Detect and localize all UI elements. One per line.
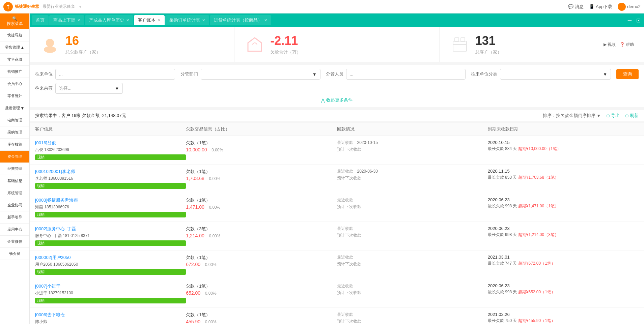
tab-home[interactable]: 首页 [32,15,49,25]
overdue-link-3[interactable]: 超期¥1,471.00（1笔） [518,204,559,208]
refresh-button[interactable]: ⊙ 刷新 [625,113,639,119]
customer-name-5[interactable]: [000002]用户2050 [35,255,186,261]
sidebar-item-finance[interactable]: 资金管理 [0,151,29,163]
collapse-label: 收起更多条件 [326,97,353,103]
results-bar: 搜索结果中，客户 16家 欠款金额 -21,148.07元 排序：按欠款金额倒序… [30,110,644,121]
source-unit-label: 往来单位 [35,71,53,77]
customer-name-1[interactable]: [0016]吕俊 [35,140,186,146]
tab-customer-account-close[interactable]: ✕ [158,18,161,23]
sidebar-item-member[interactable]: 会员中心 [0,78,29,90]
sidebar-item-ecommerce[interactable]: 电商管理 [0,114,29,126]
collection-cell-5: 最近收款 预计下次收款 [337,255,488,267]
person-input[interactable]: ... [346,69,466,80]
tab-customer-account[interactable]: 客户账本 ✕ [134,15,165,25]
debt-ratio-2: 0.00% [209,176,220,181]
collection-cell-7: 最近收款 预计下次收款 [337,312,488,324]
tab-purchase-product-stat-close[interactable]: ✕ [264,18,267,23]
debt-ratio-5: 0.00% [205,262,217,267]
tab-product-online-close[interactable]: ✕ [77,18,80,23]
overdue-detail-5: 最长欠款 747 天 超期¥672.00（1笔） [488,261,639,266]
collection-cell-3: 最近收款 预计下次收款 [337,197,488,210]
sidebar-item-operations[interactable]: 经营管理 [0,163,29,175]
export-icon: ⊙ [606,113,610,118]
results-prefix: 搜索结果中，客户 [35,113,70,118]
top-bar-left: 畅捷通好生意 母婴行业演示账套 ▼ [3,2,82,11]
sidebar-item-batch-mgmt[interactable]: 批发管理 ▼ [0,102,29,114]
sidebar-item-retail-stat[interactable]: 零售统计 [0,90,29,102]
sidebar-item-inventory[interactable]: 库存核算 [0,139,29,151]
sidebar-item-member-pro[interactable]: 畅会员 [0,248,29,260]
customer-name-6[interactable]: [0007]小进干 [35,283,186,289]
tab-product-online-label: 商品上下架 [53,17,75,23]
sort-icon: ▼ [596,113,601,118]
sidebar-item-enterprise-coop[interactable]: 企业协同 [0,199,29,211]
tab-customer-account-label: 客户账本 [138,17,156,23]
overdue-date-3: 2020.06.23 [488,197,639,202]
sidebar-item-purchase[interactable]: 采购管理 [0,126,29,139]
overdue-link-7[interactable]: 超期¥455.90（1笔） [518,318,555,323]
tab-product-history[interactable]: 产成品入库单历史 ✕ [85,15,133,25]
customer-name-2[interactable]: [0001020001]李老师 [35,169,186,175]
customer-name-4[interactable]: [0002]服务中心_丁磊 [35,226,186,232]
sort-button[interactable]: 排序：按欠款金额倒序排序 ▼ [543,113,601,119]
sidebar-item-system[interactable]: 系统管理 [0,187,29,199]
debt-ratio-6: 0.00% [205,291,217,296]
sidebar-item-retail-mall[interactable]: 零售商城 [0,54,29,66]
sidebar-item-marketing[interactable]: 营销推广 [0,66,29,78]
message-label: 消息 [575,4,584,10]
operations-label: 经营管理 [7,167,22,171]
customer-name-3[interactable]: [0003]畅捷服务尹海燕 [35,197,186,203]
tab-maximize-btn[interactable]: ⊡ [635,17,642,24]
unit-category-select[interactable]: ▼ [500,69,611,80]
video-btn[interactable]: ▶ 视频 [604,42,616,48]
tab-product-history-close[interactable]: ✕ [126,18,129,23]
search-button[interactable]: 查询 [616,69,639,79]
customer-name-7[interactable]: [0006]去下粮仓 [35,312,186,318]
sidebar-search[interactable]: 🔍 搜索菜单 [0,13,29,29]
tab-minimize-btn[interactable]: ─ [626,17,633,24]
table-row: [0001020001]李老师 李老师 18600391516 现销 欠款（1笔… [30,165,644,193]
source-unit-input[interactable]: ... [55,69,175,80]
collapse-btn[interactable]: ⋀ 收起更多条件 [35,97,639,103]
sidebar-item-newbie[interactable]: 新手引导 [0,211,29,224]
balance-select[interactable]: 选择... ▼ [55,83,123,94]
help-btn[interactable]: ❓ 帮助 [620,42,634,48]
tab-bar: 首页 商品上下架 ✕ 产成品入库单历史 ✕ 客户账本 ✕ 采购订单统计表 ✕ [30,13,644,27]
customer-cell-4: [0002]服务中心_丁磊 服务中心_丁磊 181 0125 8371 现销 [35,226,186,246]
sidebar-item-retail-mgmt[interactable]: 零售管理 ▲ [0,41,29,54]
stats-row: 16 总欠款客户（家） -2.11 [30,27,644,62]
refresh-icon: ⊙ [625,113,629,118]
purchase-label: 采购管理 [7,130,22,134]
sidebar-item-enterprise-wechat[interactable]: 企业微信 [0,236,29,248]
overdue-link-4[interactable]: 超期¥1,214.00（3笔） [518,232,559,237]
stat-info-debtors: 16 总欠款客户（家） [65,34,101,55]
overdue-link-6[interactable]: 超期¥652.00（1笔） [518,290,555,294]
dept-select[interactable]: ▼ [201,69,320,80]
debt-label-2: 欠款（1笔） [186,169,337,175]
tab-purchase-stat-close[interactable]: ✕ [202,18,205,23]
filter-source-unit: 往来单位 ... [35,69,175,80]
sidebar-item-app-center[interactable]: 应用中心 [0,224,29,236]
filter-row-2: 往来余额 选择... ▼ [35,83,639,94]
batch-mgmt-label: 批发管理 [5,106,20,111]
user-avatar[interactable]: demo2 [618,3,641,11]
app-download-btn[interactable]: 📱 App下载 [589,4,612,10]
tab-product-online[interactable]: 商品上下架 ✕ [49,15,84,25]
sidebar-item-quick-nav[interactable]: 快捷导航 [0,29,29,41]
overdue-link-1[interactable]: 超期¥10,000.00（1笔） [518,146,561,151]
top-bar: 畅捷通好生意 母婴行业演示账套 ▼ 💬 消息 📱 App下载 demo2 [0,0,644,13]
customer-tag-6: 现销 [35,298,186,303]
search-icon: 🔍 [2,16,27,21]
message-icon: 💬 [568,4,573,9]
tab-purchase-product-stat[interactable]: 进货单统计表（按商品） ✕ [210,15,271,25]
tab-purchase-stat[interactable]: 采购订单统计表 ✕ [165,15,209,25]
debt-cell-6: 欠款（1笔） 652.00 0.00% [186,283,337,296]
message-btn[interactable]: 💬 消息 [568,4,584,10]
export-button[interactable]: ⊙ 导出 [606,113,620,119]
table-area: 客户信息 欠款交易信息（占比） 回款情况 到期未收款日期 [0016]吕俊 吕俊… [30,123,644,324]
svg-point-0 [46,39,54,47]
logo-text: 畅捷通好生意 [15,4,39,9]
sidebar-item-basic-info[interactable]: 基础信息 [0,175,29,187]
overdue-link-2[interactable]: 超期¥1,703.68（1笔） [518,175,559,180]
overdue-link-5[interactable]: 超期¥672.00（1笔） [518,261,555,266]
